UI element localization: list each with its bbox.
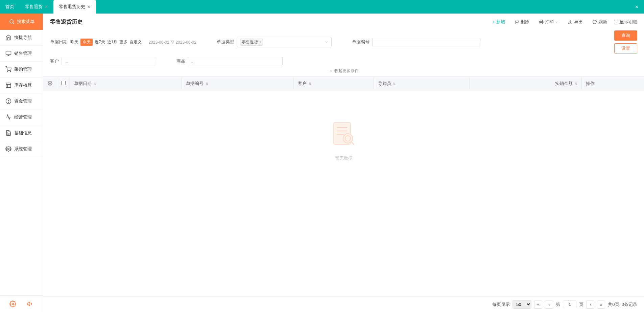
th-action: 操作 [581,77,644,90]
th-customer[interactable]: 客户 ⇅ [294,77,374,90]
new-button[interactable]: + 新增 [490,18,508,26]
svg-point-15 [8,148,9,150]
last-page-button[interactable]: » [597,300,605,309]
filter-date: 单据日期 昨天 今天 近7天 近1月 更多 自定义 [50,39,142,46]
per-page-select[interactable]: 20 50 100 [512,300,531,309]
sales-icon [5,50,11,57]
main-layout: 搜索菜单 快捷导航 销售管理 采购管理 库存核算 资金管理 经营管理 基础信息 [0,14,644,312]
svg-point-0 [10,20,14,23]
export-icon [568,20,573,24]
svg-rect-7 [6,83,11,88]
goods-ellipsis: ... [191,59,195,64]
audio-bottom-icon[interactable] [26,300,34,308]
date-1month[interactable]: 近1月 [107,39,118,45]
content-area: 零售退货历史 + 新增 删除 打印 导出 [43,14,644,312]
query-button[interactable]: 查询 [614,30,637,41]
sidebar-item-inventory[interactable]: 库存核算 [0,77,43,93]
filter-customer-select[interactable]: ... [62,57,156,65]
filter-type: 单据类型 零售退货 × [217,37,332,47]
table-body: 暂无数据 [43,90,644,189]
pagination: 每页显示 20 50 100 « ‹ 第 页 › » 共0页, 0条记录 [43,296,644,312]
search-icon [9,19,15,25]
sidebar-item-management[interactable]: 经营管理 [0,109,43,125]
page-title-row: 零售退货历史 + 新增 删除 打印 导出 [50,18,637,26]
refresh-icon [592,20,597,24]
sort-guide-icon: ⇅ [393,82,396,86]
display-detail-checkbox[interactable]: 显示明细 [614,19,637,25]
empty-illustration [327,117,361,151]
first-page-button[interactable]: « [534,300,542,309]
page-header: 零售退货历史 + 新增 删除 打印 导出 [43,14,644,77]
th-guide[interactable]: 导购员 ⇅ [374,77,470,90]
svg-line-1 [13,23,14,24]
filter-row-2: 客户 ... 商品 ... [50,57,637,65]
svg-rect-18 [540,22,543,24]
th-date[interactable]: 单据日期 ⇅ [70,77,182,90]
delete-button[interactable]: 删除 [512,18,532,26]
finance-icon [5,98,11,104]
filter-docnum-input[interactable] [372,38,480,46]
date-7days[interactable]: 近7天 [95,39,105,45]
select-all-checkbox[interactable] [61,81,66,85]
info-icon [5,130,11,136]
sidebar-item-finance[interactable]: 资金管理 [0,93,43,109]
filter-type-tag-close[interactable]: × [259,40,261,44]
sort-docnum-icon: ⇅ [206,82,208,86]
filter-type-select[interactable]: 零售退货 × [237,37,332,47]
tab-retail-return[interactable]: 零售退货 ✕ [20,0,53,14]
page-title: 零售退货历史 [50,19,82,26]
svg-rect-2 [6,51,11,55]
th-checkbox[interactable] [57,77,70,90]
date-today[interactable]: 今天 [80,39,93,46]
th-settings[interactable] [43,77,57,90]
next-page-button[interactable]: › [586,300,594,309]
table-container: 单据日期 ⇅ 单据编号 ⇅ 客户 ⇅ 导购员 ⇅ [43,77,644,296]
svg-point-6 [10,71,11,72]
topbar-close[interactable]: ✕ [635,4,644,9]
home-icon [5,35,11,41]
svg-point-20 [49,83,51,84]
refresh-button[interactable]: 刷新 [590,18,610,26]
display-detail-input[interactable] [614,20,618,24]
empty-state: 暂无数据 [43,90,644,188]
sort-customer-icon: ⇅ [309,82,311,86]
sidebar: 搜索菜单 快捷导航 销售管理 采购管理 库存核算 资金管理 经营管理 基础信息 [0,14,43,312]
filter-goods-select[interactable]: ... [188,57,283,65]
tab-home[interactable]: 首页 [0,0,20,14]
delete-icon [515,20,519,24]
date-more[interactable]: 更多 [119,39,127,45]
sidebar-item-sales[interactable]: 销售管理 [0,46,43,62]
collapse-bar[interactable]: 收起更多条件 [50,67,637,76]
sidebar-item-quicknav[interactable]: 快捷导航 [0,30,43,46]
prev-page-button[interactable]: ‹ [545,300,553,309]
sidebar-search[interactable]: 搜索菜单 [0,14,43,30]
sidebar-item-system[interactable]: 系统管理 [0,141,43,157]
print-button[interactable]: 打印 [536,18,561,26]
tab-retail-return-close[interactable]: ✕ [45,4,48,9]
settings-bottom-icon[interactable] [9,300,17,308]
toolbar: + 新增 删除 打印 导出 [490,18,637,26]
sort-amount-icon: ⇅ [575,82,577,86]
tab-retail-return-history-close[interactable]: ✕ [87,4,91,9]
type-select-dropdown-icon [325,40,329,44]
svg-point-5 [7,71,8,72]
sidebar-item-purchase[interactable]: 采购管理 [0,62,43,77]
tab-retail-return-history[interactable]: 零售退货历史 ✕ [53,0,96,14]
date-yesterday[interactable]: 昨天 [70,39,78,45]
filter-type-tag: 零售退货 × [240,39,263,46]
inventory-icon [5,82,11,88]
th-docnum[interactable]: 单据编号 ⇅ [182,77,293,90]
svg-point-12 [8,102,9,103]
date-custom[interactable]: 自定义 [129,39,142,45]
print-icon [539,20,544,24]
page-input[interactable] [563,300,576,308]
print-dropdown-icon [555,20,558,24]
filter-goods: 商品 ... [176,57,283,65]
export-button[interactable]: 导出 [565,18,586,26]
settings-button[interactable]: 设置 [614,43,637,53]
svg-line-27 [351,142,354,144]
management-icon [5,114,11,120]
filter-area: 单据日期 昨天 今天 近7天 近1月 更多 自定义 2023-06-02 至 2… [50,30,637,76]
sidebar-item-baseinfo[interactable]: 基础信息 [0,125,43,141]
th-amount[interactable]: 实销金额 ⇅ [470,77,581,90]
